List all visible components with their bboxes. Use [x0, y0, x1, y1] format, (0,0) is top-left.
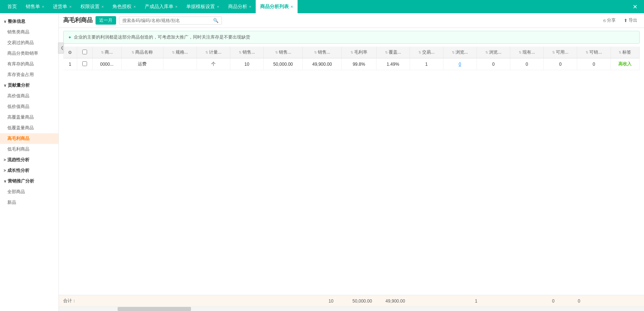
sidebar-item-交易过的商品[interactable]: 交易过的商品: [0, 37, 58, 48]
col-header-current_stock[interactable]: ⇅现有...: [510, 47, 544, 58]
nav-item-首页[interactable]: 首页: [3, 0, 21, 13]
group-arrow-icon: ∨: [4, 83, 6, 87]
cell-current_stock: 0: [510, 58, 544, 70]
sidebar-item-低覆盖量商品[interactable]: 低覆盖量商品: [0, 123, 58, 133]
col-sort-icon: ⇅: [101, 51, 104, 54]
share-button[interactable]: ⎋ 分享: [601, 16, 618, 25]
cell-code: 0000...: [92, 58, 121, 70]
sidebar-group-整体信息[interactable]: ∨整体信息: [0, 16, 58, 27]
col-header-sellable[interactable]: ⇅可销...: [577, 47, 611, 58]
col-header-unit[interactable]: ⇅计量...: [197, 47, 230, 58]
time-filter-button[interactable]: 近一月: [96, 16, 116, 25]
footer-sales-qty: 10: [316, 299, 346, 304]
export-button[interactable]: ⬆ 导出: [622, 16, 640, 25]
cell-checkbox[interactable]: [77, 58, 93, 70]
col-header-tag[interactable]: ⇅标签: [611, 47, 639, 58]
nav-close-icon[interactable]: ×: [291, 4, 293, 9]
table-container: ⚙⇅商...⇅商品名称⇅规格...⇅计量...⇅销售...⇅销售...⇅销售..…: [59, 47, 644, 295]
cell-sales_amount: 50,000.00: [264, 58, 303, 70]
nav-close-icon[interactable]: ×: [69, 4, 71, 9]
sidebar-item-高覆盖量商品[interactable]: 高覆盖量商品: [0, 112, 58, 123]
cell-spec: [163, 58, 197, 70]
nav-close-icon[interactable]: ×: [217, 4, 219, 9]
sidebar-item-低毛利商品[interactable]: 低毛利商品: [0, 144, 58, 155]
cell-views1[interactable]: 0: [443, 58, 476, 70]
footer-sales-profit: 49,900.00: [379, 299, 412, 304]
sidebar-item-低价值商品[interactable]: 低价值商品: [0, 101, 58, 112]
sidebar-group-成长性分析[interactable]: >成长性分析: [0, 165, 58, 176]
sidebar-group-流趋性分析[interactable]: >流趋性分析: [0, 155, 58, 165]
col-sort-icon: ⇅: [452, 51, 455, 54]
cell-sales_profit: 49,900.00: [303, 58, 342, 70]
sidebar-group-贡献量分析[interactable]: ∨贡献量分析: [0, 80, 58, 91]
table-row: 10000...运费个1050,000.0049,900.0099.8%1.49…: [63, 58, 640, 70]
export-icon: ⬆: [624, 18, 627, 23]
content-header: 高毛利商品 近一月 🔍 ⎋ 分享 ⬆ 导出: [59, 13, 644, 28]
sidebar: ∨整体信息销售类商品交易过的商品商品分类助销率有库存的商品库存资金占用∨贡献量分…: [0, 13, 59, 311]
sidebar-collapse-button[interactable]: 《: [58, 43, 64, 54]
content-area: 高毛利商品 近一月 🔍 ⎋ 分享 ⬆ 导出: [59, 13, 644, 311]
col-header-views2[interactable]: ⇅浏览...: [476, 47, 510, 58]
settings-icon[interactable]: ⚙: [68, 50, 72, 55]
group-arrow-icon: >: [4, 158, 6, 162]
data-table: ⚙⇅商...⇅商品名称⇅规格...⇅计量...⇅销售...⇅销售...⇅销售..…: [63, 47, 640, 70]
select-all-checkbox[interactable]: [82, 50, 87, 54]
header-actions: ⎋ 分享 ⬆ 导出: [601, 16, 640, 25]
horizontal-scrollbar[interactable]: [59, 307, 644, 311]
col-sort-icon: ⇅: [385, 51, 388, 54]
sidebar-item-库存资金占用[interactable]: 库存资金占用: [0, 69, 58, 80]
table-body: 10000...运费个1050,000.0049,900.0099.8%1.49…: [63, 58, 640, 70]
col-header-code[interactable]: ⇅商...: [92, 47, 121, 58]
nav-close-icon[interactable]: ×: [101, 4, 104, 9]
col-sort-icon: ⇅: [275, 51, 278, 54]
page-title: 高毛利商品: [63, 17, 93, 24]
col-header-views1[interactable]: ⇅浏览...: [443, 47, 476, 58]
scrollbar-thumb[interactable]: [118, 307, 191, 311]
nav-item-权限设置[interactable]: 权限设置 ×: [76, 0, 108, 13]
col-header-spec[interactable]: ⇅规格...: [163, 47, 197, 58]
col-header-transactions[interactable]: ⇅交易...: [410, 47, 443, 58]
window-close-button[interactable]: ✕: [629, 3, 641, 10]
col-header-sales_profit[interactable]: ⇅销售...: [303, 47, 342, 58]
sidebar-group-营销推广分析[interactable]: ∨营销推广分析: [0, 176, 58, 187]
search-input[interactable]: [122, 18, 213, 23]
col-header-coverage[interactable]: ⇅覆盖...: [376, 47, 410, 58]
col-header-name[interactable]: ⇅商品名称: [122, 47, 163, 58]
sidebar-item-全部商品[interactable]: 全部商品: [0, 187, 58, 197]
nav-item-单据模板设置[interactable]: 单据模板设置 ×: [182, 0, 223, 13]
nav-close-icon[interactable]: ×: [175, 4, 177, 9]
col-header-gross_margin[interactable]: ⇅毛利率: [342, 47, 376, 58]
sidebar-item-销售类商品[interactable]: 销售类商品: [0, 27, 58, 37]
search-icon[interactable]: 🔍: [213, 18, 219, 23]
col-header-sales_qty[interactable]: ⇅销售...: [230, 47, 263, 58]
nav-item-商品分析[interactable]: 商品分析 ×: [224, 0, 256, 13]
nav-item-销售单[interactable]: 销售单 ×: [21, 0, 48, 13]
cell-coverage: 1.49%: [376, 58, 410, 70]
info-banner: ✦ 企业的主要的利润都是这部分商品创造的，可考虑加大推广，同时关注库存是不要出现…: [63, 31, 640, 44]
col-sort-icon: ⇅: [418, 51, 421, 54]
sidebar-item-高毛利商品[interactable]: 高毛利商品: [0, 133, 58, 144]
sidebar-item-高价值商品[interactable]: 高价值商品: [0, 91, 58, 101]
col-sort-icon: ⇅: [619, 51, 622, 54]
col-header-available_stock[interactable]: ⇅可用...: [544, 47, 577, 58]
nav-item-商品分析列表[interactable]: 商品分析列表 ×: [256, 0, 297, 13]
nav-close-icon[interactable]: ×: [42, 4, 44, 9]
footer-available-stock: 0: [566, 299, 592, 304]
nav-item-角色授权[interactable]: 角色授权 ×: [108, 0, 140, 13]
sidebar-item-有库存的商品[interactable]: 有库存的商品: [0, 59, 58, 69]
sidebar-item-商品分类助销率[interactable]: 商品分类助销率: [0, 48, 58, 59]
nav-close-icon[interactable]: ×: [249, 4, 251, 9]
row-checkbox[interactable]: [82, 61, 87, 66]
col-header-checkbox: [77, 47, 93, 58]
col-sort-icon: ⇅: [485, 51, 488, 54]
nav-close-icon[interactable]: ×: [133, 4, 136, 9]
cell-unit: 个: [197, 58, 230, 70]
col-sort-icon: ⇅: [314, 51, 317, 54]
footer-label: 合计：: [63, 298, 76, 304]
search-box: 🔍: [119, 17, 222, 25]
nav-item-产成品入库单[interactable]: 产成品入库单 ×: [140, 0, 182, 13]
col-header-sales_amount[interactable]: ⇅销售...: [264, 47, 303, 58]
group-arrow-icon: >: [4, 169, 6, 173]
sidebar-item-新品[interactable]: 新品: [0, 197, 58, 208]
nav-item-进货单[interactable]: 进货单 ×: [48, 0, 76, 13]
